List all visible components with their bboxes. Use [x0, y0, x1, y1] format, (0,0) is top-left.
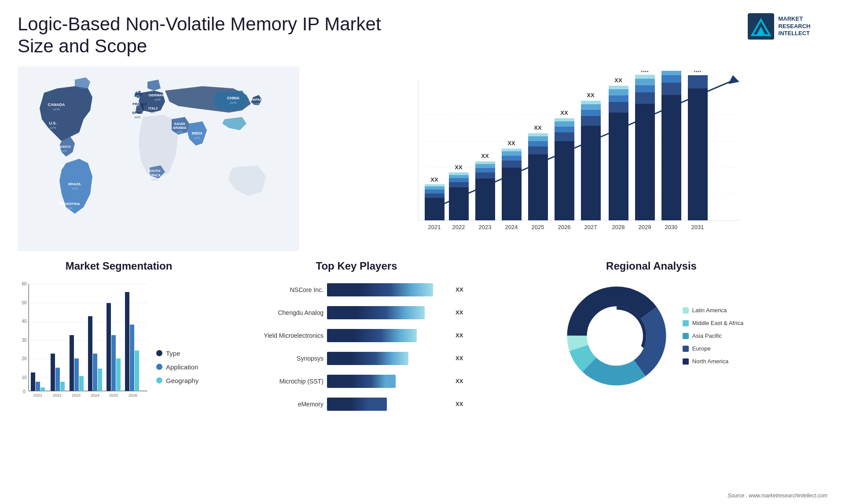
svg-rect-52	[449, 182, 469, 187]
logo-area: MARKET RESEARCH INTELLECT	[731, 13, 827, 40]
svg-text:xx%: xx%	[154, 98, 160, 101]
player-bar-1	[327, 283, 433, 296]
svg-text:20: 20	[22, 356, 27, 361]
svg-rect-146	[98, 369, 102, 391]
svg-text:xx%: xx%	[137, 107, 143, 110]
svg-text:U.K.: U.K.	[133, 90, 140, 94]
donut-chart	[559, 279, 674, 393]
svg-text:ARGENTINA: ARGENTINA	[59, 202, 80, 206]
player-bar-3	[327, 329, 417, 342]
svg-text:xx%: xx%	[254, 102, 259, 106]
svg-text:xx%: xx%	[230, 101, 236, 105]
svg-text:2025: 2025	[109, 393, 118, 398]
player-row-2: Chengdu Analog XX	[246, 306, 467, 319]
legend-application: Application	[156, 363, 198, 371]
svg-text:SPAIN: SPAIN	[132, 111, 143, 115]
svg-rect-134	[40, 387, 45, 391]
svg-rect-94	[609, 102, 628, 113]
legend-na-label: North America	[692, 358, 728, 365]
svg-text:2023: 2023	[72, 393, 81, 398]
svg-rect-73	[528, 146, 548, 154]
svg-rect-72	[528, 154, 548, 220]
svg-text:FRANCE: FRANCE	[132, 102, 147, 106]
player-bar-5	[327, 375, 396, 388]
svg-text:CANADA: CANADA	[48, 102, 65, 107]
svg-text:30: 30	[22, 338, 27, 343]
svg-text:10: 10	[22, 375, 27, 380]
svg-rect-88	[581, 110, 601, 116]
svg-rect-67	[502, 156, 522, 161]
svg-text:XX: XX	[614, 77, 622, 84]
legend-europe-dot	[683, 346, 689, 352]
svg-text:JAPAN: JAPAN	[251, 98, 263, 102]
player-row-6: eMemory XX	[246, 398, 467, 411]
svg-rect-96	[609, 89, 628, 95]
svg-rect-55	[449, 172, 469, 175]
svg-text:XX: XX	[641, 71, 649, 73]
svg-text:2022: 2022	[452, 224, 465, 230]
svg-rect-62	[475, 161, 495, 164]
player-name-5: Microchip (SST)	[246, 378, 323, 385]
svg-rect-66	[502, 161, 522, 168]
players-title: Top Key Players	[246, 260, 467, 272]
legend-mea-label: Middle East & Africa	[692, 320, 743, 326]
player-name-3: Yield Microelectronics	[246, 332, 323, 339]
svg-rect-109	[661, 75, 681, 83]
svg-rect-153	[130, 325, 134, 391]
svg-text:xx%: xx%	[176, 131, 182, 134]
segmentation-title: Market Segmentation	[18, 260, 220, 272]
svg-text:2031: 2031	[691, 224, 704, 230]
svg-text:2021: 2021	[33, 393, 42, 398]
regional-title: Regional Analysis	[606, 260, 697, 272]
svg-rect-89	[581, 104, 601, 110]
player-bar-container-2	[327, 306, 452, 319]
logo-text: MARKET RESEARCH INTELLECT	[779, 15, 811, 38]
growth-bar-chart: XX 2021 XX 2022 XX 2023 XX 20	[317, 71, 819, 247]
svg-text:2021: 2021	[428, 224, 441, 230]
svg-text:xx%: xx%	[134, 95, 140, 98]
regional-legend: Latin America Middle East & Africa Asia …	[683, 307, 743, 365]
svg-text:xx%: xx%	[49, 126, 56, 130]
player-value-3: XX	[456, 332, 467, 339]
player-row-1: NSCore Inc. XX	[246, 283, 467, 296]
player-value-6: XX	[456, 401, 467, 407]
svg-rect-144	[88, 316, 92, 391]
legend-type-label: Type	[166, 350, 180, 357]
legend-mea: Middle East & Africa	[683, 320, 743, 326]
map-section: CANADA xx% U.S. xx% MEXICO xx% BRAZIL xx…	[18, 66, 299, 251]
svg-rect-54	[449, 175, 469, 178]
svg-text:SOUTH: SOUTH	[148, 169, 160, 173]
svg-rect-107	[661, 95, 681, 220]
svg-rect-44	[425, 198, 445, 220]
legend-apac: Asia Pacific	[683, 332, 743, 339]
segmentation-chart: 60 50 40 30 20 10 0 2021	[18, 279, 150, 402]
bar-chart-section: XX 2021 XX 2022 XX 2023 XX 20	[308, 66, 827, 251]
player-bar-container-5	[327, 375, 452, 388]
svg-rect-82	[555, 121, 574, 127]
svg-rect-133	[36, 382, 40, 391]
legend-la: Latin America	[683, 307, 743, 314]
svg-rect-110	[661, 71, 681, 75]
svg-rect-154	[135, 351, 139, 391]
svg-text:XX: XX	[507, 140, 515, 146]
player-bar-container-6	[327, 398, 452, 411]
svg-text:XX: XX	[560, 110, 568, 116]
svg-rect-149	[111, 335, 116, 391]
header: Logic-Based Non-Volatile Memory IP Marke…	[0, 0, 845, 66]
legend-la-label: Latin America	[692, 307, 727, 314]
svg-rect-87	[581, 116, 601, 126]
regional-section: Regional Analysis	[475, 260, 827, 431]
svg-rect-90	[581, 101, 601, 104]
svg-rect-53	[449, 178, 469, 182]
player-value-2: XX	[456, 309, 467, 316]
svg-rect-148	[107, 303, 111, 391]
legend-apac-dot	[683, 333, 689, 339]
svg-rect-47	[425, 186, 445, 190]
player-bar-container-4	[327, 352, 452, 365]
legend-apac-label: Asia Pacific	[692, 332, 722, 339]
svg-rect-79	[555, 141, 574, 220]
player-value-1: XX	[456, 286, 467, 293]
logo-icon	[748, 13, 774, 40]
players-section: Top Key Players NSCore Inc. XX Chengdu A…	[229, 260, 467, 431]
svg-rect-60	[475, 168, 495, 172]
